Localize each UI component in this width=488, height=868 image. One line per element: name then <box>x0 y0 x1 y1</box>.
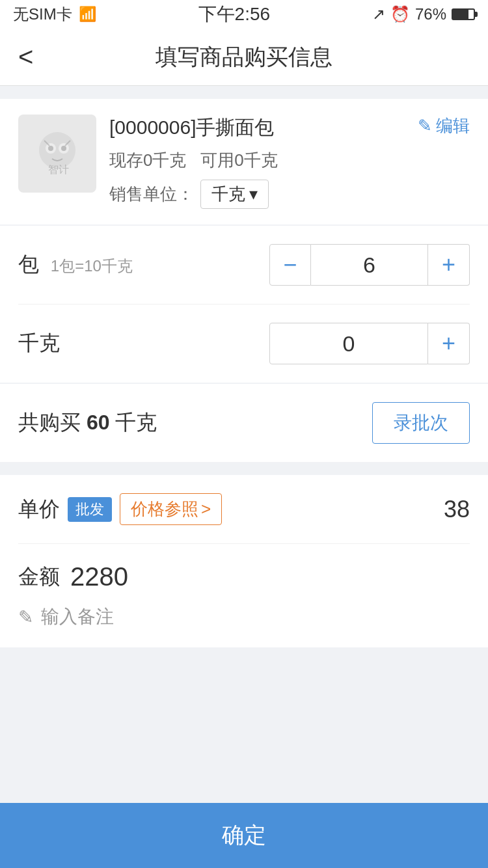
bag-plus-button[interactable]: + <box>428 244 470 286</box>
stock-text: 现存0千克 <box>109 150 186 170</box>
back-button[interactable]: < <box>18 42 33 72</box>
quantity-section: 包 1包=10千克 − + 千克 + <box>0 226 488 383</box>
product-code: [0000006] <box>109 116 196 138</box>
bag-controls: − + <box>269 244 470 286</box>
price-tag: 批发 <box>68 497 112 522</box>
bag-input[interactable] <box>311 244 428 286</box>
kg-quantity-row: 千克 + <box>18 305 470 383</box>
svg-point-4 <box>61 146 66 151</box>
price-left: 单价 批发 价格参照 > <box>18 493 222 525</box>
kg-label-group: 千克 <box>18 329 60 358</box>
status-right: ↗ ⏰ 76% <box>372 5 475 23</box>
note-row[interactable]: ✎ 输入备注 <box>18 604 470 629</box>
amount-section: 金额 2280 ✎ 输入备注 <box>18 544 470 647</box>
wifi-icon: 📶 <box>79 6 96 23</box>
total-amount: 60 <box>87 411 115 434</box>
product-info: [0000006]手撕面包 现存0千克 可用0千克 销售单位： 千克 ▾ <box>109 115 470 209</box>
product-image: 智计 <box>18 115 96 193</box>
product-stock: 现存0千克 可用0千克 <box>109 149 470 172</box>
batch-button[interactable]: 录批次 <box>372 402 470 444</box>
amount-row: 金额 2280 <box>18 562 470 591</box>
status-bar: 无SIM卡 📶 下午2:56 ↗ ⏰ 76% <box>0 0 488 29</box>
product-logo-icon: 智计 <box>31 128 83 180</box>
location-icon: ↗ <box>372 5 385 23</box>
total-unit: 千克 <box>115 411 157 434</box>
amount-value: 2280 <box>70 562 128 591</box>
dropdown-arrow-icon: ▾ <box>249 184 258 204</box>
kg-plus-button[interactable]: + <box>428 323 470 364</box>
price-value: 38 <box>444 496 470 523</box>
confirm-label: 确定 <box>222 821 266 850</box>
unit-label: 销售单位： <box>109 183 194 206</box>
status-time: 下午2:56 <box>198 2 271 27</box>
status-left: 无SIM卡 📶 <box>13 4 96 25</box>
bag-sublabel: 1包=10千克 <box>51 257 133 275</box>
product-title: 手撕面包 <box>196 116 274 138</box>
total-text: 共购买 60 千克 <box>18 409 157 437</box>
page-title: 填写商品购买信息 <box>156 42 332 72</box>
kg-label: 千克 <box>18 331 60 355</box>
bag-label: 包 <box>18 252 39 276</box>
battery-text: 76% <box>415 5 446 23</box>
note-icon: ✎ <box>18 606 33 628</box>
price-row: 单价 批发 价格参照 > 38 <box>18 493 470 544</box>
alarm-icon: ⏰ <box>390 5 410 23</box>
product-unit: 销售单位： 千克 ▾ <box>109 180 470 209</box>
price-label: 单价 <box>18 495 60 524</box>
price-ref-button[interactable]: 价格参照 > <box>120 493 222 525</box>
total-label: 共购买 <box>18 411 87 434</box>
product-name: [0000006]手撕面包 <box>109 115 470 141</box>
svg-point-0 <box>39 132 75 169</box>
confirm-button[interactable]: 确定 <box>0 803 488 868</box>
product-section: 智计 [0000006]手撕面包 现存0千克 可用0千克 销售单位： 千克 ▾ … <box>0 99 488 224</box>
bag-label-group: 包 1包=10千克 <box>18 251 133 279</box>
edit-button[interactable]: ✎ 编辑 <box>418 115 470 137</box>
price-ref-text: 价格参照 <box>131 498 198 521</box>
unit-select[interactable]: 千克 ▾ <box>200 180 269 209</box>
bag-minus-button[interactable]: − <box>269 244 311 286</box>
amount-label: 金额 <box>18 563 60 591</box>
price-section: 单价 批发 价格参照 > 38 金额 2280 ✎ 输入备注 <box>0 475 488 647</box>
svg-text:智计: 智计 <box>48 164 69 175</box>
available-text: 可用0千克 <box>200 150 277 170</box>
total-section: 共购买 60 千克 录批次 <box>0 384 488 462</box>
kg-controls: + <box>269 323 470 364</box>
note-placeholder: 输入备注 <box>41 604 114 629</box>
edit-icon: ✎ <box>418 116 432 136</box>
bag-quantity-row: 包 1包=10千克 − + <box>18 226 470 305</box>
kg-input[interactable] <box>269 323 428 364</box>
carrier-text: 无SIM卡 <box>13 4 72 25</box>
price-ref-arrow-icon: > <box>201 499 211 519</box>
battery-icon <box>452 8 475 20</box>
svg-point-3 <box>48 146 53 151</box>
nav-bar: < 填写商品购买信息 <box>0 29 488 86</box>
